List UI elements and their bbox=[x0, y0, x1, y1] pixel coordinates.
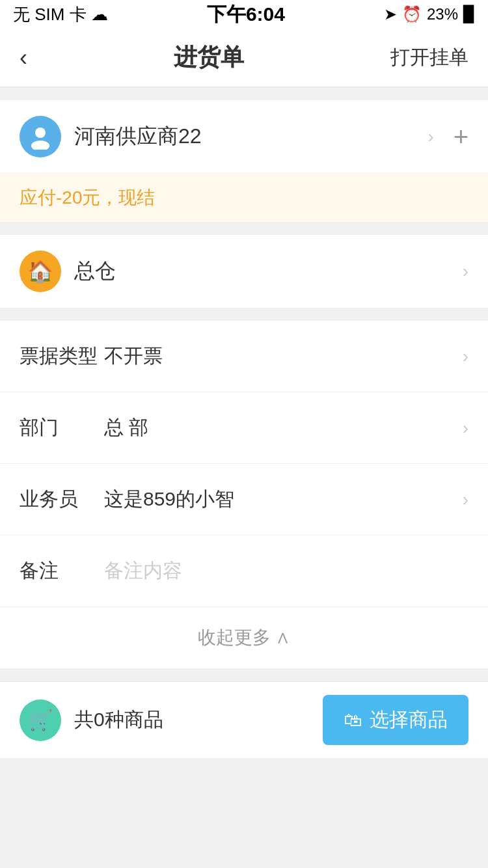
status-time: 下午6:04 bbox=[207, 1, 285, 28]
warehouse-row[interactable]: 🏠 总仓 › bbox=[0, 235, 488, 308]
salesperson-value: 这是859的小智 bbox=[104, 486, 463, 513]
department-row[interactable]: 部门 总 部 › bbox=[0, 392, 488, 464]
select-product-button[interactable]: 🛍 选择商品 bbox=[323, 695, 468, 745]
status-bar: 无 SIM 卡 ☁ 下午6:04 ➤ ⏰ 23% ▉ bbox=[0, 0, 488, 29]
remark-row[interactable]: 备注 备注内容 bbox=[0, 536, 488, 606]
cart-icon: 🛒 bbox=[29, 709, 53, 731]
department-label: 部门 bbox=[20, 414, 104, 441]
supplier-row[interactable]: 河南供应商22 › + bbox=[0, 100, 488, 174]
battery-icon: ▉ bbox=[463, 5, 475, 23]
divider-1 bbox=[0, 87, 488, 100]
form-section: 票据类型 不开票 › 部门 总 部 › 业务员 这是859的小智 › 备注 备注… bbox=[0, 321, 488, 606]
select-btn-label: 选择商品 bbox=[370, 707, 448, 733]
salesperson-label: 业务员 bbox=[20, 486, 104, 513]
bottom-bar: 🛒 共0种商品 🛍 选择商品 bbox=[0, 681, 488, 758]
nav-bar: ‹ 进货单 打开挂单 bbox=[0, 29, 488, 87]
person-icon bbox=[27, 124, 53, 150]
location-icon: ➤ bbox=[384, 5, 397, 23]
home-icon: 🏠 bbox=[27, 259, 53, 284]
divider-4 bbox=[0, 668, 488, 681]
supplier-name: 河南供应商22 bbox=[74, 122, 427, 151]
supplier-avatar bbox=[20, 116, 61, 157]
add-supplier-button[interactable]: + bbox=[454, 122, 468, 152]
status-right: ➤ ⏰ 23% ▉ bbox=[384, 5, 475, 23]
remark-placeholder: 备注内容 bbox=[104, 558, 468, 584]
gray-area bbox=[0, 758, 488, 868]
invoice-chevron-icon: › bbox=[463, 346, 468, 367]
svg-point-0 bbox=[35, 128, 46, 138]
invoice-type-label: 票据类型 bbox=[20, 343, 104, 370]
alarm-icon: ⏰ bbox=[402, 5, 422, 23]
supplier-section: 河南供应商22 › + 应付-20元，现结 bbox=[0, 100, 488, 222]
open-pending-button[interactable]: 打开挂单 bbox=[390, 44, 468, 71]
battery-indicator: 23% bbox=[427, 5, 458, 23]
select-icon: 🛍 bbox=[344, 709, 362, 731]
collapse-label: 收起更多 ∧ bbox=[198, 625, 291, 650]
salesperson-chevron-icon: › bbox=[463, 489, 468, 510]
warehouse-chevron-icon: › bbox=[463, 261, 468, 282]
supplier-chevron-icon: › bbox=[427, 126, 433, 147]
sim-indicator: 无 SIM 卡 ☁ bbox=[13, 3, 108, 26]
warehouse-section: 🏠 总仓 › bbox=[0, 235, 488, 308]
back-button[interactable]: ‹ bbox=[20, 44, 27, 72]
product-icon: 🛒 bbox=[20, 699, 61, 741]
page-title: 进货单 bbox=[174, 42, 244, 74]
product-count: 共0种商品 bbox=[74, 707, 323, 733]
warehouse-name: 总仓 bbox=[74, 257, 463, 286]
status-left: 无 SIM 卡 ☁ bbox=[13, 3, 108, 26]
divider-3 bbox=[0, 308, 488, 321]
department-chevron-icon: › bbox=[463, 418, 468, 439]
warehouse-icon: 🏠 bbox=[20, 251, 61, 292]
divider-2 bbox=[0, 222, 488, 235]
svg-point-1 bbox=[31, 141, 49, 150]
remark-label: 备注 bbox=[20, 558, 104, 584]
department-value: 总 部 bbox=[104, 414, 463, 441]
invoice-type-value: 不开票 bbox=[104, 343, 463, 370]
collapse-row[interactable]: 收起更多 ∧ bbox=[0, 606, 488, 668]
invoice-type-row[interactable]: 票据类型 不开票 › bbox=[0, 321, 488, 392]
salesperson-row[interactable]: 业务员 这是859的小智 › bbox=[0, 464, 488, 536]
supplier-notice: 应付-20元，现结 bbox=[0, 174, 488, 222]
